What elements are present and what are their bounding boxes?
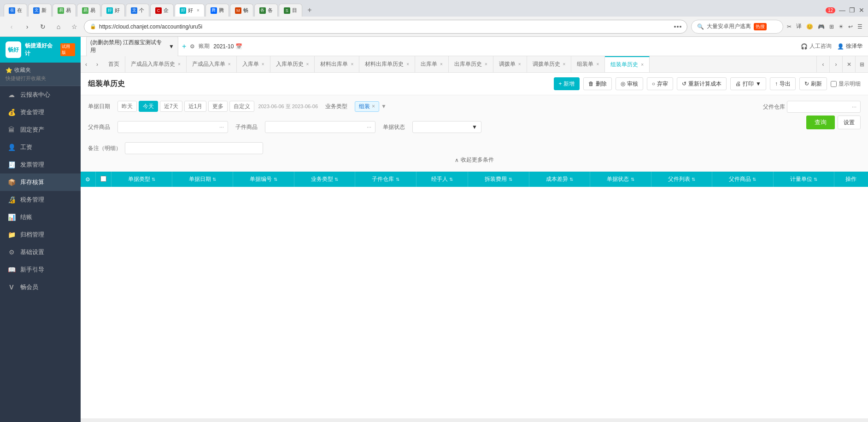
page-tab-0[interactable]: 产成品入库单历史 × (125, 56, 187, 72)
tab-close-current[interactable]: ✕ (842, 56, 855, 73)
url-box[interactable]: 🔒 https://cloud.chanjet.com/accounting/u… (84, 20, 687, 34)
page-tab-close-10[interactable]: × (596, 62, 599, 67)
remarks-input[interactable] (125, 142, 263, 154)
th-checkbox[interactable] (95, 172, 111, 187)
abandon-button[interactable]: ○ 弃审 (647, 77, 673, 90)
browser-tab-4[interactable]: 好 好 (101, 4, 125, 17)
child-goods-more-icon[interactable]: ··· (367, 124, 371, 130)
search-box[interactable]: 🔍 大量安卓用户逃离 热搜 (691, 20, 783, 34)
tab-prev-button[interactable]: ‹ (81, 56, 92, 73)
collapse-button[interactable]: ∧ 收起更多条件 (449, 154, 499, 166)
page-tab-close-3[interactable]: × (306, 62, 309, 67)
browser-tab-1[interactable]: 文 新 (28, 4, 52, 17)
emoji-icon[interactable]: 😊 (806, 23, 813, 30)
user-info[interactable]: 👤 徐泽华 (837, 42, 862, 50)
tab-scroll-left[interactable]: ‹ (816, 56, 829, 73)
th-parent-goods[interactable]: 父件商品 ⇅ (712, 172, 773, 187)
minimize-icon[interactable]: — (839, 6, 845, 14)
th-bill-no[interactable]: 单据编号 ⇅ (233, 172, 294, 187)
browser-tab-9[interactable]: M 畅 (230, 4, 253, 17)
browser-tab-5[interactable]: 文 个 (126, 4, 149, 17)
order-status-select[interactable]: ▼ (412, 121, 481, 133)
tab-more[interactable]: ⊞ (855, 56, 868, 73)
query-button[interactable]: 查询 (806, 116, 835, 129)
browser-tab-2[interactable]: 易 易 (53, 4, 76, 17)
page-tab-home[interactable]: 首页 (103, 56, 125, 72)
forward-button[interactable]: › (21, 21, 33, 33)
nav-item-fixed-assets[interactable]: 🏛 固定资产 (0, 121, 81, 139)
page-tab-6[interactable]: 出库单 × (415, 56, 449, 72)
date-btn-more[interactable]: 更多 (208, 101, 228, 112)
th-child-wh[interactable]: 子件仓库 ⇅ (355, 172, 416, 187)
set-button[interactable]: 设置 (838, 116, 861, 129)
th-bill-status[interactable]: 单据状态 ⇅ (590, 172, 651, 187)
page-tab-close-0[interactable]: × (178, 62, 181, 67)
parent-goods-input[interactable]: ··· (117, 121, 228, 133)
th-biz-type[interactable]: 业务类型 ⇅ (294, 172, 355, 187)
nav-item-closing[interactable]: 📊 结账 (0, 208, 81, 226)
nav-item-member[interactable]: V 畅会员 (0, 278, 81, 296)
tab-next-button[interactable]: › (92, 56, 103, 73)
browser-tab-3[interactable]: 易 易 (77, 4, 100, 17)
child-goods-input[interactable]: ··· (265, 121, 375, 133)
page-tab-close-6[interactable]: × (440, 62, 443, 67)
date-btn-1month[interactable]: 近1月 (184, 101, 207, 112)
recalculate-button[interactable]: ↺ 重新计算成本 (677, 77, 727, 90)
browser-tab-10[interactable]: 各 各 (254, 4, 278, 17)
page-tab-5[interactable]: 材料出库单历史 × (359, 56, 415, 72)
business-type-close[interactable]: × (372, 103, 375, 110)
brightness-icon[interactable]: ☀ (839, 23, 844, 30)
home-button[interactable]: ⌂ (53, 21, 65, 33)
page-tab-8[interactable]: 调拨单 × (493, 56, 527, 72)
show-detail-check[interactable] (831, 81, 837, 87)
browser-tab-8[interactable]: 腾 腾 (205, 4, 229, 17)
date-btn-today[interactable]: 今天 (139, 101, 158, 112)
page-tab-close-2[interactable]: × (262, 62, 264, 67)
page-tab-close-8[interactable]: × (518, 62, 521, 67)
translate-icon[interactable]: 译 (796, 23, 802, 30)
tab-add-button[interactable]: + (303, 4, 316, 17)
page-tab-11[interactable]: 组装单历史 × (605, 56, 650, 72)
page-tab-9[interactable]: 调拨单历史 × (527, 56, 572, 72)
star-button[interactable]: ☆ (68, 21, 80, 33)
add-company-btn[interactable]: + (182, 42, 186, 51)
parent-warehouse-input[interactable]: ··· (787, 101, 861, 113)
th-parent-list[interactable]: 父件列表 ⇅ (651, 172, 712, 187)
back-button[interactable]: ‹ (6, 21, 18, 33)
favorites-section[interactable]: ⭐ 收藏夹 快捷键打开收藏夹 (0, 63, 81, 86)
scissors-icon[interactable]: ✂ (787, 23, 792, 30)
date-btn-7days[interactable]: 近7天 (160, 101, 182, 112)
company-selector[interactable]: (勿删勿禁用) 江西服宝测试专用 ▼ (86, 37, 178, 57)
nav-item-inventory[interactable]: 📦 库存核算 (0, 173, 81, 191)
nav-item-funds[interactable]: 💰 资金管理 (0, 104, 81, 121)
page-tab-1[interactable]: 产成品入库单 × (187, 56, 237, 72)
undo-icon[interactable]: ↩ (848, 23, 853, 30)
page-tab-close-7[interactable]: × (485, 62, 487, 67)
tab-scroll-right[interactable]: › (829, 56, 842, 73)
add-button[interactable]: + 新增 (554, 77, 580, 90)
audit-button[interactable]: ◎ 审核 (616, 77, 643, 90)
page-tab-close-11[interactable]: × (641, 62, 644, 67)
export-button[interactable]: ↑ 导出 (770, 77, 796, 90)
th-bill-date[interactable]: 单据日期 ⇅ (172, 172, 233, 187)
page-tab-close-5[interactable]: × (406, 62, 409, 67)
browser-tab-0[interactable]: 在 在 (4, 4, 27, 17)
parent-goods-more-icon[interactable]: ··· (219, 124, 224, 130)
parent-warehouse-more[interactable]: ··· (852, 104, 856, 110)
nav-item-invoice[interactable]: 🧾 发票管理 (0, 156, 81, 173)
horizontal-scrollbar[interactable] (81, 418, 868, 422)
th-handler[interactable]: 经手人 ⇅ (416, 172, 468, 187)
browser-tab-7[interactable]: 好 好 × (175, 4, 205, 17)
th-disassemble-fee[interactable]: 拆装费用 ⇅ (468, 172, 529, 187)
nav-item-salary[interactable]: 👤 工资 (0, 139, 81, 156)
show-detail-checkbox[interactable]: 显示明细 (831, 80, 861, 88)
menu-icon[interactable]: ☰ (857, 23, 862, 30)
browser-tab-6[interactable]: C 企 (150, 4, 174, 17)
browser-tab-close-7[interactable]: × (197, 8, 199, 13)
page-tab-close-1[interactable]: × (228, 62, 231, 67)
nav-item-settings[interactable]: ⚙ 基础设置 (0, 243, 81, 261)
page-tab-2[interactable]: 入库单 × (237, 56, 270, 72)
page-tab-4[interactable]: 材料出库单 × (315, 56, 359, 72)
th-cost-diff[interactable]: 成本差异 ⇅ (529, 172, 590, 187)
select-all-checkbox[interactable] (100, 176, 106, 182)
